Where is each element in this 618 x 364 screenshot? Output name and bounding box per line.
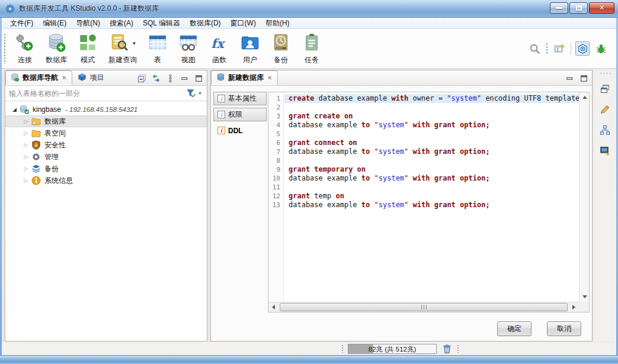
tree-row-management[interactable]: ▷管理 [5,151,207,163]
task-icon [302,33,322,54]
ok-button[interactable]: 确定 [497,321,531,336]
tree-row-kingbase[interactable]: kingbase - 192.168.45.158:54321 [5,104,207,115]
code-line: grant create on [284,112,579,121]
menu-item-window[interactable]: 窗口(W) [226,17,261,30]
menu-bar: 文件(F)编辑(E)导航(N)搜索(A)SQL 编辑器数据库(D)窗口(W)帮助… [2,18,616,29]
collapse-arrow-icon[interactable]: ▷ [22,154,30,160]
expand-arrow-icon[interactable] [10,108,18,112]
console-view-icon[interactable] [598,144,611,157]
drag-grip[interactable] [600,72,610,75]
collapse-arrow-icon[interactable]: ▷ [22,142,30,148]
tab-label: 数据库导航 [23,73,58,83]
database-button[interactable]: 数据库 [40,31,72,66]
close-button[interactable]: ✕ [589,2,614,14]
dropdown-caret-icon[interactable]: ▼ [132,41,137,46]
schema-button[interactable]: 模式 [72,31,103,66]
menu-item-navigate[interactable]: 导航(N) [71,17,105,30]
view-menu-icon[interactable] [165,73,175,83]
collapse-arrow-icon[interactable]: ▷ [22,130,30,136]
menu-item-file[interactable]: 文件(F) [5,17,38,30]
menu-item-edit[interactable]: 编辑(E) [38,17,71,30]
close-tab-icon[interactable]: ✕ [61,75,67,81]
editor-horizontal-scrollbar[interactable] [268,302,579,312]
heap-status: 82兆 (共 512兆) [348,344,437,354]
workbench-area: 数据库导航 ✕ 项目 ▼ [2,69,616,342]
drag-grip[interactable] [457,344,459,353]
scroll-down-icon[interactable] [579,292,590,302]
scrollbar-thumb[interactable] [280,303,568,311]
menu-item-help[interactable]: 帮助(H) [261,17,294,30]
sql-editor[interactable]: 12345678910111213 create database exampl… [268,92,590,313]
user-label: 用户 [243,55,257,65]
tab-project[interactable]: 项目 [72,70,109,85]
tree-row-tablespaces[interactable]: ▷表空间 [5,127,207,139]
menu-item-database[interactable]: 数据库(D) [185,17,226,30]
link-with-editor-icon[interactable] [151,73,161,83]
search-icon[interactable] [527,41,542,56]
user-button[interactable]: 用户 [235,31,265,66]
toolbar-grip[interactable] [4,33,6,64]
view-button[interactable]: 视图 [173,31,204,66]
collapse-arrow-icon[interactable]: ▷ [22,166,30,172]
sql-editor-icon[interactable] [598,103,611,116]
cancel-button[interactable]: 取消 [547,321,581,336]
code-line: database example to "system" with grant … [284,174,579,183]
app-window: 数据库开发工具 KStudio v2.0.0 - 新建数据库 ✕ 文件(F)编辑… [0,0,618,364]
menu-item-sql-editor[interactable]: SQL 编辑器 [138,17,185,30]
menu-item-search[interactable]: 搜索(A) [105,17,138,30]
code-line: create database example with owner = "sy… [284,94,579,103]
scroll-up-icon[interactable] [579,92,590,102]
side-tab-ddl[interactable]: iDDL [213,124,267,137]
restore-views-icon[interactable] [598,82,611,95]
side-tab-label: 基本属性 [228,94,257,104]
collapse-arrow-icon[interactable]: ▷ [22,178,30,183]
kstudio-perspective-icon[interactable] [575,41,590,56]
maximize-view-icon[interactable] [194,73,203,83]
titlebar[interactable]: 数据库开发工具 KStudio v2.0.0 - 新建数据库 ✕ [0,0,618,18]
editor-vertical-scrollbar[interactable] [579,92,589,302]
toolbar-grip[interactable] [546,43,548,54]
table-button[interactable]: 表 [142,31,173,66]
editor-tabbar: 新建数据库 ✕ [211,70,592,86]
window-frame-left [0,18,2,364]
debug-perspective-icon[interactable] [594,41,608,56]
topology-view-icon[interactable] [598,124,611,137]
minimize-button[interactable] [550,2,568,14]
code-line: database example to "system" with grant … [284,201,579,210]
close-tab-icon[interactable]: ✕ [267,75,273,81]
backup-button[interactable]: 备份 [265,31,296,66]
tab-database-navigator[interactable]: 数据库导航 ✕ [5,70,72,85]
new-query-button[interactable]: ▼新建查询 [103,31,142,66]
collapse-arrow-icon[interactable]: ▷ [22,118,30,124]
tab-label: 新建数据库 [228,73,264,83]
open-perspective-icon[interactable] [552,41,566,56]
tab-label: 项目 [89,73,104,83]
tree-item-label: 管理 [44,152,59,162]
code-area[interactable]: create database example with owner = "sy… [284,92,579,302]
heap-status-text: 82兆 (共 512兆) [348,344,436,354]
tree-row-security[interactable]: ▷安全性 [5,139,207,151]
minimize-view-icon[interactable] [180,73,189,83]
maximize-view-icon[interactable] [579,73,588,83]
table-name-filter-input[interactable] [5,86,184,101]
minimize-view-icon[interactable] [565,73,574,83]
side-tab-basic-properties[interactable]: i基本属性 [213,92,267,105]
side-tab-permissions[interactable]: i权限 [213,108,267,121]
task-button[interactable]: 任务 [296,31,327,66]
maximize-button[interactable] [569,2,588,14]
filter-button[interactable]: ▼ [184,86,207,101]
collapse-all-icon[interactable] [137,73,146,83]
scroll-right-icon[interactable] [569,302,579,312]
schema-label: 模式 [81,55,95,65]
tree-row-system-info[interactable]: ▷系统信息 [5,175,207,186]
svg-text:fx: fx [211,36,226,50]
trash-icon [443,344,452,354]
tab-new-database[interactable]: 新建数据库 ✕ [211,70,278,85]
tree-row-backup[interactable]: ▷备份 [5,163,207,175]
garbage-collect-button[interactable] [441,343,453,355]
drag-grip[interactable] [341,344,344,353]
connect-button[interactable]: 连接 [9,31,40,66]
scroll-left-icon[interactable] [268,302,278,312]
function-button[interactable]: fx函数 [204,31,235,66]
tree-row-databases[interactable]: ▷数据库 [5,115,207,127]
